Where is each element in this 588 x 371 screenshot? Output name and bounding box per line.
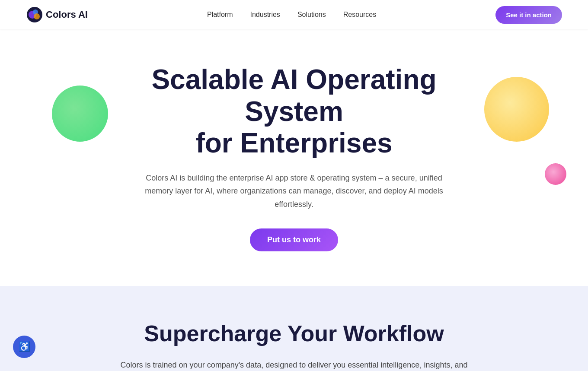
nav-link-resources[interactable]: Resources [343, 11, 376, 18]
navbar: Colors AI Platform Industries Solutions … [0, 0, 588, 29]
decorative-circle-yellow [484, 77, 549, 142]
workflow-section: Supercharge Your Workflow Colors is trai… [0, 286, 588, 371]
nav-cta-button[interactable]: See it in action [495, 6, 562, 24]
nav-item-resources[interactable]: Resources [343, 11, 376, 19]
workflow-subtitle: Colors is trained on your company's data… [117, 358, 471, 371]
hero-subtitle: Colors AI is building the enterprise AI … [143, 171, 445, 211]
hero-section: Scalable AI Operating System for Enterpr… [0, 29, 588, 286]
svg-point-3 [34, 13, 40, 19]
hero-cta-button[interactable]: Put us to work [250, 228, 338, 251]
nav-link-platform[interactable]: Platform [207, 11, 233, 18]
hero-title-line2: for Enterprises [195, 127, 392, 159]
logo-text: Colors AI [46, 9, 88, 20]
logo[interactable]: Colors AI [26, 6, 88, 23]
nav-item-platform[interactable]: Platform [207, 11, 233, 19]
hero-title-line1: Scalable AI Operating System [151, 64, 436, 127]
nav-links: Platform Industries Solutions Resources [207, 11, 376, 19]
nav-item-industries[interactable]: Industries [250, 11, 280, 19]
nav-item-solutions[interactable]: Solutions [297, 11, 326, 19]
accessibility-icon: ♿ [19, 341, 30, 352]
hero-title: Scalable AI Operating System for Enterpr… [121, 64, 467, 159]
decorative-circle-green [52, 86, 108, 142]
accessibility-button[interactable]: ♿ [13, 336, 35, 358]
logo-icon [26, 6, 43, 23]
workflow-title: Supercharge Your Workflow [9, 320, 579, 346]
nav-link-solutions[interactable]: Solutions [297, 11, 326, 18]
nav-link-industries[interactable]: Industries [250, 11, 280, 18]
decorative-circle-pink [545, 163, 566, 185]
